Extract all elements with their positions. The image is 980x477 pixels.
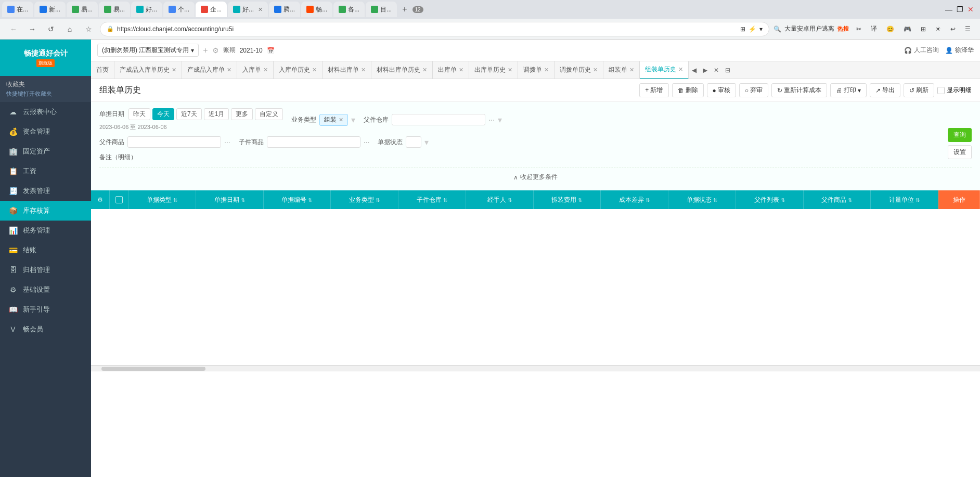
print-button[interactable]: 🖨 打印 ▾ xyxy=(830,83,867,97)
th-handler[interactable]: 经手人 ⇅ xyxy=(466,190,534,209)
th-disassemble-fee[interactable]: 拆装费用 ⇅ xyxy=(534,190,601,209)
browser-tab-3[interactable]: 易... xyxy=(67,2,98,17)
page-tab-assembly-order[interactable]: 组装单 ✕ xyxy=(603,61,640,79)
page-tab-close-8[interactable]: ✕ xyxy=(508,67,512,73)
recalculate-button[interactable]: ↻ 重新计算成本 xyxy=(771,83,827,97)
page-tab-assemble-history[interactable]: 调拨单历史 ✕ xyxy=(555,61,603,79)
sidebar-item-fixed-asset[interactable]: 🏢 固定资产 xyxy=(0,141,91,161)
select-all-checkbox[interactable] xyxy=(115,196,123,203)
th-disassemble-fee-sort[interactable]: ⇅ xyxy=(578,197,582,203)
page-tab-home[interactable]: 首页 xyxy=(91,61,114,79)
grid-icon[interactable]: ⊞ xyxy=(918,24,929,34)
sidebar-item-settlement[interactable]: 💳 结账 xyxy=(0,240,91,260)
sidebar-item-fund[interactable]: 💰 资金管理 xyxy=(0,122,91,141)
th-parent-goods-sort[interactable]: ⇅ xyxy=(848,197,852,203)
dropdown-url-icon[interactable]: ▾ xyxy=(759,25,763,33)
tab-nav-next[interactable]: ▶ xyxy=(700,67,711,74)
th-type-sort[interactable]: ⇅ xyxy=(173,197,177,203)
page-tab-in-order[interactable]: 入库单 ✕ xyxy=(237,61,274,79)
menu-icon[interactable]: ☰ xyxy=(962,24,974,34)
show-detail-checkbox-row[interactable]: 显示明细 xyxy=(937,86,972,95)
minimize-button[interactable]: — xyxy=(945,5,952,14)
review-button[interactable]: ● 审核 xyxy=(707,83,736,97)
parent-warehouse-input[interactable] xyxy=(392,114,485,125)
abandon-button[interactable]: ○ 弃审 xyxy=(739,83,768,97)
th-child-wh-sort[interactable]: ⇅ xyxy=(443,197,447,203)
delete-button[interactable]: 🗑 删除 xyxy=(672,83,704,97)
date-btn-1month[interactable]: 近1月 xyxy=(204,108,229,120)
page-tab-prod-in[interactable]: 产成品入库单 ✕ xyxy=(182,61,237,79)
tab-nav-menu[interactable]: ⊟ xyxy=(722,67,733,74)
undo-icon[interactable]: ↩ xyxy=(947,24,959,34)
company-selector[interactable]: (勿删勿禁用) 江西服宝测试专用 ▾ xyxy=(97,44,199,57)
date-btn-today[interactable]: 今天 xyxy=(152,108,174,120)
page-tab-close-7[interactable]: ✕ xyxy=(459,67,463,73)
th-date-sort[interactable]: ⇅ xyxy=(241,197,245,203)
page-tab-out-history[interactable]: 出库单历史 ✕ xyxy=(469,61,518,79)
browser-tab-10[interactable]: 畅... xyxy=(301,2,332,17)
sidebar-item-invoice[interactable]: 🧾 发票管理 xyxy=(0,181,91,201)
page-tab-close-5[interactable]: ✕ xyxy=(361,67,366,73)
page-tab-close-9[interactable]: ✕ xyxy=(544,67,549,73)
game-icon[interactable]: 🎮 xyxy=(900,24,914,34)
browser-tab-7[interactable]: 企... xyxy=(196,2,227,17)
parent-goods-more[interactable]: ··· xyxy=(224,138,230,146)
browser-tab-12[interactable]: 目... xyxy=(366,2,397,17)
tab-nav-close[interactable]: ✕ xyxy=(711,67,722,74)
tab-nav-prev[interactable]: ◀ xyxy=(689,67,700,74)
order-status-select[interactable] xyxy=(406,136,421,148)
forward-button[interactable]: → xyxy=(25,22,40,36)
th-biz-type-sort[interactable]: ⇅ xyxy=(376,197,380,203)
user-button[interactable]: 👤 徐泽华 xyxy=(945,46,974,55)
date-btn-yesterday[interactable]: 昨天 xyxy=(128,108,150,120)
browser-tab-1[interactable]: 在... xyxy=(2,2,33,17)
th-parent-goods[interactable]: 父件商品 ⇅ xyxy=(804,190,871,209)
business-type-dropdown[interactable]: ▾ xyxy=(351,115,355,125)
parent-warehouse-more[interactable]: ··· xyxy=(488,115,495,124)
refresh-browser-button[interactable]: ↺ xyxy=(44,22,58,36)
service-button[interactable]: 🎧 人工咨询 xyxy=(904,46,939,55)
th-unit-sort[interactable]: ⇅ xyxy=(915,197,920,203)
page-tab-close-10[interactable]: ✕ xyxy=(593,67,598,73)
th-date[interactable]: 单据日期 ⇅ xyxy=(196,190,264,209)
settings-filter-button[interactable]: 设置 xyxy=(948,145,972,159)
page-tab-mat-out[interactable]: 材料出库单 ✕ xyxy=(323,61,371,79)
sidebar-item-payroll[interactable]: 📋 工资 xyxy=(0,161,91,181)
export-button[interactable]: ↗ 导出 xyxy=(870,83,900,97)
close-button[interactable]: ✕ xyxy=(968,5,974,14)
page-tab-mat-out-history[interactable]: 材料出库单历史 ✕ xyxy=(371,61,433,79)
th-settings[interactable]: ⚙ xyxy=(91,190,110,209)
page-tab-close-4[interactable]: ✕ xyxy=(312,67,317,73)
th-biz-type[interactable]: 业务类型 ⇅ xyxy=(331,190,398,209)
date-btn-more[interactable]: 更多 xyxy=(231,108,253,120)
scissors-icon[interactable]: ✂ xyxy=(853,24,865,34)
th-cost-diff[interactable]: 成本差异 ⇅ xyxy=(601,190,668,209)
th-number-sort[interactable]: ⇅ xyxy=(308,197,312,203)
parent-goods-input[interactable] xyxy=(127,136,221,148)
sidebar-item-member[interactable]: V 畅会员 xyxy=(0,319,91,339)
sidebar-item-tax[interactable]: 📊 税务管理 xyxy=(0,221,91,240)
page-tab-assembly-history[interactable]: 组装单历史 ✕ xyxy=(640,61,689,79)
browser-tab-9[interactable]: 腾... xyxy=(269,2,300,17)
sidebar-item-cloud-report[interactable]: ☁ 云报表中心 xyxy=(0,102,91,122)
sun-icon[interactable]: ☀ xyxy=(932,24,944,34)
browser-tab-6[interactable]: 个... xyxy=(163,2,195,17)
th-parent-list-sort[interactable]: ⇅ xyxy=(781,197,785,203)
browser-tab-4[interactable]: 易... xyxy=(99,2,130,17)
home-browser-button[interactable]: ⌂ xyxy=(62,22,77,36)
new-tab-button[interactable]: + xyxy=(398,3,411,16)
th-cost-diff-sort[interactable]: ⇅ xyxy=(646,197,650,203)
business-type-close[interactable]: ✕ xyxy=(339,117,343,123)
th-number[interactable]: 单据编号 ⇅ xyxy=(264,190,331,209)
lightning-icon[interactable]: ⚡ xyxy=(749,25,756,33)
sidebar-item-archive[interactable]: 🗄 归档管理 xyxy=(0,260,91,280)
date-btn-custom[interactable]: 自定义 xyxy=(255,108,283,120)
th-checkbox[interactable] xyxy=(110,190,128,209)
page-tab-close-1[interactable]: ✕ xyxy=(172,67,176,73)
page-tab-close-12[interactable]: ✕ xyxy=(678,66,683,73)
browser-tab-2[interactable]: 新... xyxy=(34,2,66,17)
back-button[interactable]: ← xyxy=(6,22,21,36)
page-tab-in-history[interactable]: 入库单历史 ✕ xyxy=(274,61,323,79)
page-tab-close-3[interactable]: ✕ xyxy=(263,67,268,73)
browser-tab-5[interactable]: 好... xyxy=(131,2,162,17)
